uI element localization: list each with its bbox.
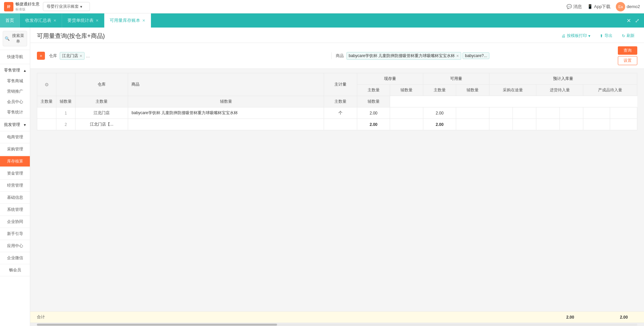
cell-warehouse-1: 江北门店 [75, 107, 128, 119]
cell-product-aux-2 [610, 119, 637, 130]
page-actions: 🖨 按模板打印 ▾ ⬆ 导出 ↻ 刷新 [559, 32, 637, 40]
warehouse-more-btn[interactable]: ... [86, 53, 90, 58]
sidebar-section-ecommerce: 电商管理 [0, 131, 30, 143]
query-button[interactable]: 查询 [618, 46, 637, 55]
table-settings-icon[interactable]: ⚙ [45, 82, 49, 87]
sidebar-section-enterprise: 企业协同 [0, 216, 30, 228]
close-all-tabs-icon[interactable]: ✕ [625, 16, 632, 25]
filter-expand-btn[interactable]: » [37, 52, 45, 60]
print-btn[interactable]: 🖨 按模板打印 ▾ [559, 32, 593, 40]
sidebar-item-operations[interactable]: 经营管理 [0, 180, 30, 191]
tab-collect-summary[interactable]: 收发存汇总表 ✕ [20, 13, 62, 28]
cell-incoming-aux-1 [560, 107, 583, 119]
close-order-stats-icon[interactable]: ✕ [96, 18, 99, 23]
message-btn[interactable]: 💬 消息 [567, 4, 582, 10]
table-header-row-1: ⚙ 仓库 商品 主计量 现存量 可用量 预计入库量 [37, 73, 637, 85]
cell-incoming-aux-2 [560, 119, 583, 130]
footer-stock-main: 2.00 [557, 315, 584, 320]
cell-purchase-main-2 [489, 119, 513, 130]
avatar: Ea [616, 2, 625, 11]
cell-unit-2 [324, 119, 357, 130]
footer-avail-main: 2.00 [610, 315, 637, 320]
sidebar-search-area: 🔍 搜索菜单 [0, 28, 30, 50]
sidebar-item-member[interactable]: 会员中心 [0, 97, 30, 107]
cell-incoming-main-2 [536, 119, 560, 130]
cell-stock-aux-2 [390, 119, 423, 130]
cell-avail-main-1: 2.00 [423, 107, 456, 119]
cell-index-2: 2 [56, 119, 75, 130]
sidebar-item-marketing[interactable]: 营销推广 [0, 86, 30, 97]
purchase-transit-header: 采购在途量 [489, 85, 536, 96]
sidebar-item-purchase[interactable]: 采购管理 [0, 144, 30, 154]
cell-purchase-main-1 [489, 107, 513, 119]
user-area[interactable]: Ea demo2 [616, 2, 640, 11]
table-header-row-3: 主数量 辅数量 主数量 辅数量 主数量 辅数量 [37, 96, 637, 107]
sidebar-item-retail-stats[interactable]: 零售统计 [0, 107, 30, 118]
col-unit-header: 主计量 [324, 73, 357, 96]
app-download-btn[interactable]: 📱 App下载 [587, 4, 610, 10]
product-tag-1: babycare学饮杯 儿童防摔防撞吸管杯重力球吸嘴杯宝宝水杯 ✕ [346, 52, 462, 60]
sidebar-item-wechat[interactable]: 企业微信 [0, 253, 30, 263]
col-warehouse-header: 仓库 [75, 73, 128, 96]
sidebar-wholesale-header[interactable]: 批发管理 ▾ [0, 119, 30, 130]
tab-available-stock[interactable]: 可用量库存账本 ✕ [104, 13, 151, 28]
tab-home[interactable]: 首页 [0, 13, 20, 28]
scrollbar-track [37, 324, 637, 326]
warehouse-filter-tags: 江北门店 ✕ ... [60, 52, 327, 60]
sidebar-item-inventory[interactable]: 库存核算 [0, 156, 30, 167]
expand-icon: » [40, 53, 42, 58]
sidebar-section-purchase: 采购管理 [0, 143, 30, 155]
sidebar-item-basics[interactable]: 基础信息 [0, 192, 30, 203]
warehouse-filter-label: 仓库 [49, 53, 57, 59]
warehouse-filter-group: 仓库 江北门店 ✕ ... [49, 52, 327, 60]
sidebar-nav-section: 快捷导航 [0, 50, 30, 64]
close-collect-summary-icon[interactable]: ✕ [53, 18, 56, 23]
cell-avail-aux-2 [456, 119, 489, 130]
sidebar-item-enterprise[interactable]: 企业协同 [0, 217, 30, 227]
cell-product-1: babycare学饮杯 儿童防摔防撞吸管杯重力球吸嘴杯宝宝水杯 [128, 107, 324, 119]
sidebar-item-retail-mall[interactable]: 零售商城 [0, 76, 30, 86]
filter-action-buttons: 查询 设置 [618, 46, 637, 65]
sidebar-item-finance[interactable]: 资金管理 [0, 168, 30, 179]
warehouse-tag: 江北门店 ✕ [60, 52, 85, 60]
sidebar-section-system: 系统管理 [0, 204, 30, 216]
collect-summary-label: 收发存汇总表 [25, 17, 51, 24]
expand-window-icon[interactable]: ⤢ [634, 16, 641, 25]
sidebar-item-quick-nav[interactable]: 快捷导航 [0, 51, 30, 62]
cell-index-1: 1 [56, 107, 75, 119]
product-tag1-close[interactable]: ✕ [456, 54, 459, 58]
cell-product-main-2 [583, 119, 610, 130]
content-area: 可用量查询(按仓库+商品) 🖨 按模板打印 ▾ ⬆ 导出 ↻ 刷新 [30, 28, 644, 326]
refresh-btn[interactable]: ↻ 刷新 [619, 32, 637, 40]
sidebar-item-appstore[interactable]: 应用中心 [0, 241, 30, 251]
horizontal-scrollbar[interactable] [30, 323, 644, 326]
table-container: ⚙ 仓库 商品 主计量 现存量 可用量 预计入库量 主数量 辅数量 主数量 [30, 69, 644, 311]
cell-stock-main-1: 2.00 [357, 107, 390, 119]
table-footer: 合计 2.00 2.00 [30, 311, 644, 323]
export-btn[interactable]: ⬆ 导出 [597, 32, 615, 40]
search-menu-btn[interactable]: 🔍 搜索菜单 [3, 31, 27, 46]
sidebar-item-member2[interactable]: 畅会员 [0, 265, 30, 275]
tab-order-stats[interactable]: 要货单统计表 ✕ [62, 13, 104, 28]
cell-product-2 [128, 119, 324, 130]
sidebar-section-inventory: 库存核算 [0, 155, 30, 168]
sidebar: 🔍 搜索菜单 快捷导航 零售管理 ▴ 零售商城 营销推广 会员中心 零售统计 批… [0, 28, 30, 326]
top-bar-right: 💬 消息 📱 App下载 Ea demo2 [567, 2, 640, 11]
sidebar-section-retail: 零售管理 ▴ 零售商城 营销推广 会员中心 零售统计 [0, 64, 30, 119]
sidebar-item-system[interactable]: 系统管理 [0, 204, 30, 215]
warehouse-tag-close[interactable]: ✕ [79, 54, 82, 58]
sidebar-section-wholesale: 批发管理 ▾ [0, 119, 30, 131]
footer-row: 2.00 2.00 [70, 315, 637, 320]
sidebar-section-newbie: 新手引导 [0, 228, 30, 240]
sidebar-item-ecommerce[interactable]: 电商管理 [0, 132, 30, 142]
nav-tabs-right: ✕ ⤢ [622, 16, 644, 25]
sidebar-retail-header[interactable]: 零售管理 ▴ [0, 65, 30, 76]
close-available-stock-icon[interactable]: ✕ [142, 18, 145, 23]
export-icon: ⬆ [600, 34, 603, 38]
industry-selector[interactable]: 母婴行业演示账套 ▾ [43, 2, 90, 11]
sidebar-item-newbie[interactable]: 新手引导 [0, 229, 30, 239]
settings-button[interactable]: 设置 [618, 56, 637, 65]
col-incoming-header: 预计入库量 [489, 73, 637, 85]
col-settings: ⚙ [37, 73, 56, 96]
main-layout: 🔍 搜索菜单 快捷导航 零售管理 ▴ 零售商城 营销推广 会员中心 零售统计 批… [0, 28, 644, 326]
